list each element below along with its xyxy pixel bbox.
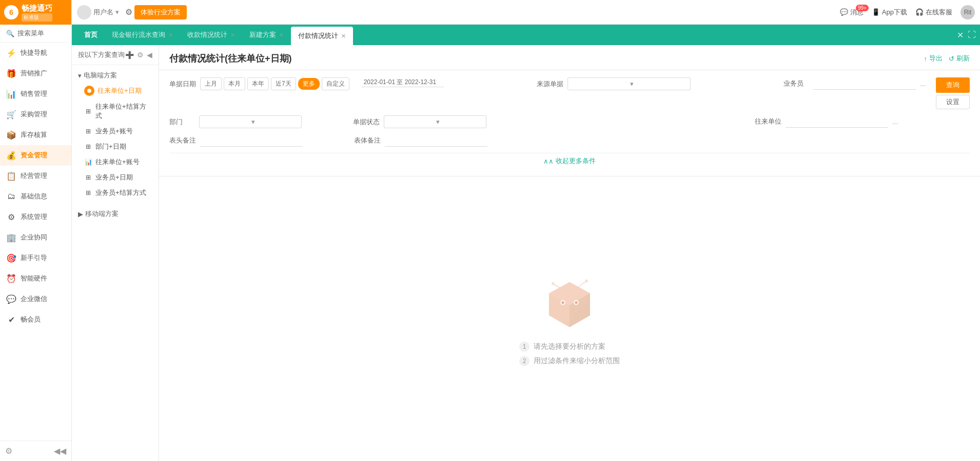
sidebar-item-enterprise[interactable]: 🏢 企业协同 bbox=[0, 227, 71, 248]
sidebar-item-label: 新手引导 bbox=[21, 253, 47, 263]
tab-new-scheme[interactable]: 新建方案 ✕ bbox=[242, 25, 291, 45]
sidebar-item-label: 经营管理 bbox=[21, 171, 47, 181]
nav-settings-icon[interactable]: ⚙ bbox=[125, 7, 132, 17]
export-btn[interactable]: ↑ 导出 bbox=[924, 54, 943, 63]
sidebar-item-member[interactable]: ✔ 畅会员 bbox=[0, 309, 71, 330]
empty-illustration bbox=[539, 272, 600, 333]
status-select[interactable]: ▾ bbox=[384, 115, 486, 128]
salesman-group: 业务员 ... bbox=[783, 77, 926, 90]
sidebar-item-system[interactable]: ⚙ 系统管理 bbox=[0, 207, 71, 227]
counterpart-input[interactable] bbox=[786, 115, 888, 128]
table-icon: ⊞ bbox=[84, 189, 92, 197]
sidebar-item-guide[interactable]: 🎯 新手引导 bbox=[0, 248, 71, 268]
mobile-group-header[interactable]: ▶ 移动端方案 bbox=[72, 207, 159, 221]
tab-home-label: 首页 bbox=[84, 30, 97, 39]
date-btn-more[interactable]: 更多 bbox=[298, 78, 320, 90]
settings-filter-btn[interactable]: 设置 bbox=[936, 95, 970, 109]
group-label: 电脑端方案 bbox=[84, 71, 117, 80]
counterpart-group: 往来单位 ... bbox=[755, 115, 898, 128]
svg-point-11 bbox=[552, 282, 555, 285]
empty-tips: 1 请先选择要分析的方案 2 用过滤条件来缩小分析范围 bbox=[519, 342, 620, 366]
scheme-item-counterpart-account[interactable]: 📊 往来单位+账号 bbox=[72, 154, 159, 170]
tab-cash-flow[interactable]: 现金银行流水查询 ✕ bbox=[105, 25, 180, 45]
tab-maximize-icon[interactable]: ⛶ bbox=[968, 30, 976, 39]
marketing-icon: 🎁 bbox=[6, 68, 16, 78]
tip-num-1: 1 bbox=[519, 342, 530, 352]
message-btn[interactable]: 💬 消息 99+ bbox=[840, 8, 864, 17]
collapse-scheme-btn[interactable]: ◀ bbox=[147, 51, 152, 59]
quick-nav-icon: ⚡ bbox=[6, 48, 16, 58]
scheme-item-label: 往来单位+日期 bbox=[97, 86, 142, 95]
header-note-input[interactable] bbox=[200, 134, 303, 147]
body-note-input[interactable] bbox=[385, 134, 487, 147]
filter-row-2: 部门 ▾ 单据状态 ▾ bbox=[169, 115, 970, 128]
collapse-filter-btn[interactable]: ∧∧ 收起更多条件 bbox=[169, 153, 970, 169]
source-select[interactable]: ▾ bbox=[567, 77, 691, 90]
scheme-item-counterpart-date[interactable]: 往来单位+日期 bbox=[72, 83, 159, 99]
tab-close-receivable[interactable]: ✕ bbox=[230, 32, 235, 38]
scheme-panel-header: 按以下方案查询 ➕ ⚙ ◀ bbox=[72, 45, 159, 65]
top-nav-bar: 用户名 ▾ ⚙ 体验行业方案 💬 消息 99+ 📱 App下载 🎧 在线客服 R… bbox=[72, 0, 980, 25]
scheme-item-salesman-settle[interactable]: ⊞ 业务员+结算方式 bbox=[72, 185, 159, 201]
collapse-sidebar-icon[interactable]: ◀◀ bbox=[54, 446, 66, 456]
body-note-group: 表体备注 bbox=[354, 134, 487, 147]
tab-receivable[interactable]: 收款情况统计 ✕ bbox=[180, 25, 242, 45]
scheme-item-dept-date[interactable]: ⊞ 部门+日期 bbox=[72, 139, 159, 154]
service-btn[interactable]: 🎧 在线客服 bbox=[915, 8, 952, 17]
settings-footer-icon[interactable]: ⚙ bbox=[5, 446, 12, 456]
refresh-btn[interactable]: ↺ 刷新 bbox=[949, 54, 970, 63]
sidebar-item-basic[interactable]: 🗂 基础信息 bbox=[0, 186, 71, 207]
dept-select[interactable]: ▾ bbox=[199, 115, 302, 128]
sidebar-item-marketing[interactable]: 🎁 营销推广 bbox=[0, 63, 71, 84]
source-select-arrow-icon: ▾ bbox=[630, 80, 685, 88]
sidebar-item-inventory[interactable]: 📦 库存核算 bbox=[0, 125, 71, 145]
scheme-item-salesman-date[interactable]: ⊞ 业务员+日期 bbox=[72, 170, 159, 185]
query-btn[interactable]: 查询 bbox=[936, 77, 970, 93]
trial-btn[interactable]: 体验行业方案 bbox=[134, 5, 187, 19]
add-scheme-btn[interactable]: ➕ bbox=[125, 51, 134, 59]
sidebar-item-quick-nav[interactable]: ⚡ 快捷导航 bbox=[0, 43, 71, 63]
scheme-item-counterpart-settle[interactable]: ⊞ 往来单位+结算方式 bbox=[72, 99, 159, 124]
date-btn-last-month[interactable]: 上月 bbox=[200, 77, 222, 90]
salesman-more-icon[interactable]: ... bbox=[920, 80, 926, 88]
desktop-group-header[interactable]: ▾ 电脑端方案 bbox=[72, 68, 159, 83]
tab-home[interactable]: 首页 bbox=[77, 25, 105, 45]
date-btn-this-year[interactable]: 本年 bbox=[247, 77, 269, 90]
tab-close-cash-flow[interactable]: ✕ bbox=[168, 32, 173, 38]
sidebar-item-hardware[interactable]: ⏰ 智能硬件 bbox=[0, 268, 71, 289]
date-btn-custom[interactable]: 自定义 bbox=[322, 77, 349, 90]
tab-close-new-scheme[interactable]: ✕ bbox=[279, 32, 284, 38]
guide-icon: 🎯 bbox=[6, 253, 16, 263]
purchase-icon: 🛒 bbox=[6, 109, 16, 119]
scheme-item-label: 业务员+日期 bbox=[95, 173, 133, 182]
salesman-input[interactable] bbox=[813, 77, 916, 90]
date-btn-7days[interactable]: 近7天 bbox=[271, 77, 296, 90]
refresh-label: 刷新 bbox=[956, 54, 970, 63]
empty-tip-2: 2 用过滤条件来缩小分析范围 bbox=[519, 356, 620, 366]
sidebar-item-operation[interactable]: 📋 经营管理 bbox=[0, 166, 71, 186]
sidebar-item-sales[interactable]: 📊 销售管理 bbox=[0, 84, 71, 104]
scheme-item-label: 往来单位+结算方式 bbox=[95, 102, 152, 121]
scheme-settings-btn[interactable]: ⚙ bbox=[137, 51, 144, 59]
tab-payment-stat[interactable]: 付款情况统计 ✕ bbox=[291, 27, 353, 45]
sidebar-item-finance[interactable]: 💰 资金管理 bbox=[0, 145, 71, 166]
nav-avatar bbox=[77, 5, 91, 19]
user-avatar[interactable]: Rit bbox=[961, 5, 975, 19]
inventory-icon: 📦 bbox=[6, 130, 16, 140]
scheme-item-salesman-account[interactable]: ⊞ 业务员+账号 bbox=[72, 124, 159, 139]
search-menu-item[interactable]: 🔍 搜索菜单 bbox=[0, 25, 71, 43]
app-download-btn[interactable]: 📱 App下载 bbox=[872, 8, 907, 17]
table-icon: ⊞ bbox=[84, 127, 92, 135]
nav-dropdown-icon[interactable]: ▾ bbox=[115, 8, 119, 16]
tab-close-all-icon[interactable]: ✕ bbox=[957, 30, 964, 40]
sidebar-item-purchase[interactable]: 🛒 采购管理 bbox=[0, 104, 71, 125]
table-icon: ⊞ bbox=[84, 173, 92, 182]
tip-text-1: 请先选择要分析的方案 bbox=[534, 342, 605, 351]
tab-label: 新建方案 bbox=[249, 30, 276, 39]
sidebar-item-label: 企业微信 bbox=[21, 294, 47, 304]
tab-close-payment-stat[interactable]: ✕ bbox=[341, 33, 346, 39]
sidebar-item-weixin[interactable]: 💬 企业微信 bbox=[0, 289, 71, 309]
date-range-input[interactable] bbox=[362, 77, 444, 87]
counterpart-more-icon[interactable]: ... bbox=[892, 118, 898, 126]
date-btn-this-month[interactable]: 本月 bbox=[224, 77, 245, 90]
